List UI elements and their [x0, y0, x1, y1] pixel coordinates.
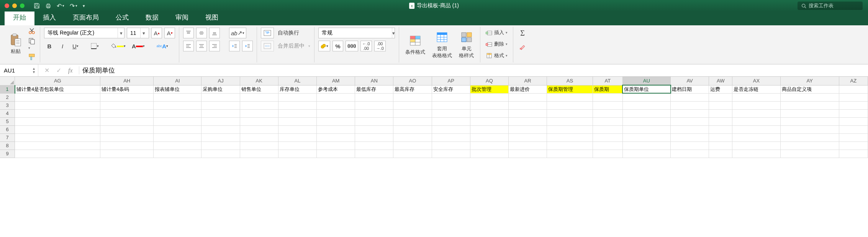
ribbon-tab-插入[interactable]: 插入: [34, 10, 64, 25]
cell[interactable]: [780, 125, 839, 133]
cell[interactable]: [622, 133, 670, 142]
cell[interactable]: [432, 101, 470, 109]
name-box[interactable]: ▲▼: [0, 64, 38, 76]
fill-color-button[interactable]: ▾: [109, 41, 128, 51]
cut-button[interactable]: [28, 28, 36, 35]
cell[interactable]: [278, 125, 316, 133]
cell[interactable]: [508, 142, 547, 150]
cell[interactable]: [671, 133, 709, 142]
cell[interactable]: [732, 101, 780, 109]
cell[interactable]: [100, 142, 154, 150]
comma-button[interactable]: 000: [346, 41, 358, 51]
undo-button[interactable]: ↶ ▾: [57, 2, 64, 10]
cell[interactable]: [240, 101, 278, 109]
cell[interactable]: [593, 109, 622, 117]
clear-button[interactable]: [517, 41, 528, 52]
cell[interactable]: 参考成本: [317, 85, 355, 93]
cell[interactable]: [508, 109, 547, 117]
cell[interactable]: [240, 125, 278, 133]
cell[interactable]: [547, 109, 593, 117]
cell[interactable]: [709, 117, 732, 125]
cell[interactable]: [839, 133, 868, 142]
cell[interactable]: [432, 142, 470, 150]
cell[interactable]: [780, 117, 839, 125]
qat-customize-button[interactable]: ▾: [83, 3, 85, 8]
cell[interactable]: 建档日期: [671, 85, 709, 93]
column-header[interactable]: AH: [100, 77, 154, 85]
cell[interactable]: [593, 93, 622, 101]
cell[interactable]: [732, 93, 780, 101]
cell[interactable]: [709, 101, 732, 109]
cell[interactable]: [201, 93, 240, 101]
cell[interactable]: [355, 109, 393, 117]
border-button[interactable]: ▾: [89, 41, 101, 51]
merge-center-button[interactable]: [261, 41, 274, 51]
namebox-stepper[interactable]: ▲▼: [32, 67, 36, 74]
cell[interactable]: [393, 125, 432, 133]
cell[interactable]: [154, 150, 201, 158]
cell[interactable]: [839, 142, 868, 150]
cell[interactable]: 辅计量4是否包装单位: [15, 85, 100, 93]
cell[interactable]: [15, 101, 100, 109]
cell[interactable]: [317, 142, 355, 150]
cell[interactable]: [393, 93, 432, 101]
decrease-font-button[interactable]: A▾: [164, 28, 175, 38]
cell[interactable]: [508, 93, 547, 101]
number-format-input[interactable]: [319, 28, 392, 38]
cell[interactable]: [593, 133, 622, 142]
italic-button[interactable]: I: [57, 41, 68, 51]
cell[interactable]: [508, 133, 547, 142]
cell[interactable]: [201, 133, 240, 142]
cell[interactable]: 最低库存: [355, 85, 393, 93]
cell[interactable]: [15, 150, 100, 158]
row-header[interactable]: 6: [0, 125, 15, 133]
confirm-formula-button[interactable]: ✓: [56, 67, 61, 74]
cell[interactable]: [317, 109, 355, 117]
cell[interactable]: [317, 93, 355, 101]
cell[interactable]: [470, 125, 508, 133]
cell[interactable]: [547, 93, 593, 101]
minimize-window-button[interactable]: [12, 3, 17, 8]
cell[interactable]: [355, 133, 393, 142]
cell[interactable]: [780, 150, 839, 158]
cell[interactable]: [780, 109, 839, 117]
row-header[interactable]: 2: [0, 93, 15, 101]
cell[interactable]: [240, 93, 278, 101]
cell[interactable]: [622, 125, 670, 133]
ribbon-tab-审阅[interactable]: 审阅: [167, 10, 197, 25]
font-name-input[interactable]: [44, 28, 118, 38]
cell[interactable]: [393, 142, 432, 150]
row-header[interactable]: 9: [0, 150, 15, 158]
cell[interactable]: [278, 133, 316, 142]
cell[interactable]: 是否走冻链: [732, 85, 780, 93]
cell[interactable]: [839, 150, 868, 158]
ribbon-tab-视图[interactable]: 视图: [197, 10, 227, 25]
cell[interactable]: [240, 150, 278, 158]
cell[interactable]: 辅计量4条码: [100, 85, 154, 93]
autosum-button[interactable]: Σ: [517, 28, 528, 38]
ribbon-tab-开始[interactable]: 开始: [5, 10, 34, 25]
cell[interactable]: [839, 93, 868, 101]
cell[interactable]: [278, 150, 316, 158]
align-right-button[interactable]: [209, 41, 220, 51]
cancel-formula-button[interactable]: ✕: [44, 67, 49, 74]
cell[interactable]: [732, 117, 780, 125]
column-header[interactable]: AT: [593, 77, 622, 85]
align-bottom-button[interactable]: [209, 28, 220, 38]
cell-styles-button[interactable]: 单元 格样式: [457, 29, 476, 61]
column-header[interactable]: AM: [317, 77, 355, 85]
cell[interactable]: [393, 109, 432, 117]
cell[interactable]: [547, 133, 593, 142]
row-header[interactable]: 8: [0, 142, 15, 150]
ribbon-tab-公式[interactable]: 公式: [107, 10, 137, 25]
cell[interactable]: [317, 125, 355, 133]
cell[interactable]: [100, 117, 154, 125]
select-all-corner[interactable]: [0, 77, 15, 85]
cell[interactable]: 最高库存: [393, 85, 432, 93]
cell[interactable]: [622, 101, 670, 109]
cell[interactable]: [278, 101, 316, 109]
align-top-button[interactable]: [183, 28, 194, 38]
cell[interactable]: [709, 133, 732, 142]
cell[interactable]: [732, 142, 780, 150]
cell[interactable]: [780, 93, 839, 101]
